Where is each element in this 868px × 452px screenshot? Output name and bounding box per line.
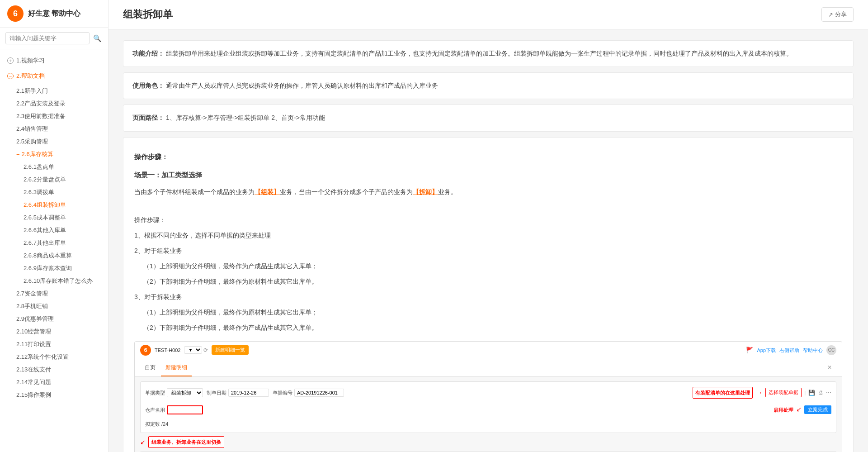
role-text: 通常由生产人员或库管人员完成拆装业务的操作，库管人员确认原材料的出库和产成品的入… [166,82,438,89]
sidebar-sub-docs: 2.1新手入门 2.2产品安装及登录 2.3使用前数据准备 2.4销售管理 2.… [0,84,108,402]
ss-save-icon: 💾 [808,387,815,398]
sidebar-item-2-13[interactable]: 2.13在线支付 [16,363,108,376]
sidebar-item-2-15[interactable]: 2.15操作案例 [16,389,108,401]
sidebar-item-2-10[interactable]: 2.10经营管理 [16,325,108,338]
ss-warehouse-input[interactable] [167,405,203,414]
ss-warehouse-field: 仓库名用 [145,405,203,415]
sidebar-item-2-12[interactable]: 2.12系统个性化设置 [16,351,108,363]
ss-confirm-btn[interactable]: 立案完成 [804,405,831,414]
ss-select-dropdown[interactable]: ▼ [184,346,202,354]
sidebar: 6 好生意 帮助中心 🔍 + 1.视频学习 − 2.帮助文档 2.1新手入门 2… [0,0,108,452]
ss-annotation-bom: 有装配清单的在这里处理 [693,387,753,399]
sidebar-item-2-6-6[interactable]: 2.6.6其他入库单 [24,224,108,237]
step2-1: （1）上部明细为父件明细，最终作为产成品生成其它入库单； [143,260,842,272]
path-block: 页面路径： 1、库存核算->库存管理->组装拆卸单 2、首页->常用功能 [123,105,854,131]
ss-annotation-enable: 启用处理 [774,405,793,415]
sidebar-item-2-6-10[interactable]: 2.6.10库存账本错了怎么办 [24,275,108,287]
ss-logo: 6 [140,345,151,356]
ss-date-field: 制单日期 [207,388,269,398]
expand-icon: + [7,57,14,64]
ss-new-btn[interactable]: 新建明细一览 [212,345,249,355]
logo-icon: 6 [7,5,24,22]
ss-date-label: 制单日期 [207,388,226,398]
sidebar-item-2-6-8[interactable]: 2.6.8商品成本重算 [24,249,108,262]
ss-arrow-down: ↙ [140,436,146,448]
collapse-icon-2-6: − [16,151,20,158]
sidebar-item-2-6[interactable]: − 2.6库存核算 [16,148,108,161]
step2: 2、对于组装业务 [134,244,842,257]
sidebar-item-2-6-5[interactable]: 2.6.5成本调整单 [24,211,108,224]
scenario1-title: 场景一：加工类型选择 [134,168,842,182]
ss-topbar-right: 🚩 App下载 右侧帮助 帮助中心 CC [746,344,836,356]
ss-type-select[interactable]: 组装拆卸 [167,388,203,397]
ss-section-label: 组装业务、拆卸业务在这里切换 [148,436,224,448]
ss-select-bom-btn[interactable]: 选择装配单据 [765,388,802,397]
ops-steps-title: 操作步骤： [134,214,842,226]
ss-date-input[interactable] [228,389,269,397]
sidebar-item-2-7[interactable]: 2.7资金管理 [16,287,108,300]
path-label: 页面路径： [132,114,164,121]
collapse-icon: − [7,73,14,79]
sidebar-item-2-5[interactable]: 2.5采购管理 [16,135,108,148]
sidebar-item-2-2[interactable]: 2.2产品安装及登录 [16,97,108,110]
sidebar-item-2-4[interactable]: 2.4销售管理 [16,123,108,135]
sidebar-item-2-1[interactable]: 2.1新手入门 [16,85,108,97]
screenshot-container: 6 TEST-H002 ▼ ⟳ 新建明细一览 🚩 App下载 右侧帮助 帮助中心 [134,341,842,452]
sidebar-item-2-14[interactable]: 2.14常见问题 [16,376,108,389]
ss-help-link[interactable]: 右侧帮助 [779,345,799,355]
step1: 1、根据不同的业务，选择不同单据的类型来处理 [134,229,842,242]
ss-tab-home[interactable]: 自页 [140,359,160,376]
ss-body: 单据类型 组装拆卸 制单日期 单据编号 [135,377,842,452]
ss-qty-label: 拟定数 /24 [145,421,168,427]
nav-list: + 1.视频学习 − 2.帮助文档 2.1新手入门 2.2产品安装及登录 2.3… [0,49,108,452]
share-icon: ↗ [828,11,833,18]
step3-2: （2）下部明细为子件明细，最终作为产成品生成其它入库单。 [143,321,842,334]
sidebar-header: 6 好生意 帮助中心 [0,0,108,28]
ss-upper-section: 单据类型 组装拆卸 制单日期 单据编号 [140,381,836,433]
ss-type-field: 单据类型 组装拆卸 [145,388,203,398]
search-button[interactable]: 🔍 [92,33,103,43]
share-button[interactable]: ↗ 分享 [821,7,854,22]
highlight-assemble[interactable]: 【组装】 [255,188,280,195]
sidebar-item-2-6-1[interactable]: 2.6.1盘点单 [24,161,108,173]
sidebar-item-label: 2.帮助文档 [16,72,45,80]
highlight-disassemble[interactable]: 【拆卸】 [413,188,438,195]
ss-form-second-row: 仓库名用 启用处理 ↗ 立案完成 [145,404,831,416]
sidebar-item-2-9[interactable]: 2.9优惠券管理 [16,313,108,325]
ss-test-id: TEST-H002 [155,345,180,355]
sidebar-item-video[interactable]: + 1.视频学习 [0,53,108,68]
sidebar-item-2-6-4[interactable]: 2.6.4组装拆卸单 [24,199,108,211]
ss-code-input[interactable] [294,389,344,397]
sidebar-item-2-6-9[interactable]: 2.6.9库存账本查询 [24,262,108,275]
sidebar-item-2-3[interactable]: 2.3使用前数据准备 [16,110,108,123]
ss-app-link[interactable]: App下载 [757,345,776,355]
ss-print-icon: 🖨 [818,387,823,398]
ss-tab-close[interactable]: ✕ [823,359,836,376]
ss-code-label: 单据编号 [273,388,292,398]
ss-arrow-up: ↗ [796,404,802,416]
ss-helpcenter-link[interactable]: 帮助中心 [803,345,823,355]
ops-title: 操作步骤： [134,150,842,164]
ss-right-actions: 启用处理 ↗ 立案完成 [774,404,831,416]
ss-warehouse-label: 仓库名用 [145,405,165,415]
search-input[interactable] [5,32,90,44]
scenario1-desc: 当由多个子件材料组装成一个成品的业务为【组装】业务，当由一个父件拆分成多个子产品… [134,186,842,198]
sidebar-item-label: 1.视频学习 [16,57,45,65]
feature-text: 组装拆卸单用来处理企业组装或拆卸等加工业务，支持有固定装配清单的产品加工业务，也… [166,50,793,57]
sidebar-item-2-8[interactable]: 2.8手机旺铺 [16,300,108,313]
sidebar-item-2-11[interactable]: 2.11打印设置 [16,338,108,351]
step3-1: （1）上部明细为父件明细，最终作为原材料生成其它出库单； [143,306,842,319]
app-title: 好生意 帮助中心 [28,9,80,19]
ss-tab-new[interactable]: 新建明细 [161,359,192,376]
sidebar-item-2-6-label: 2.6库存核算 [22,150,53,158]
page-title: 组装拆卸单 [123,8,173,21]
ss-form-top-row: 单据类型 组装拆卸 制单日期 单据编号 [145,385,831,400]
ss-icon-flag: 🚩 [746,344,753,356]
sidebar-item-2-6-7[interactable]: 2.6.7其他出库单 [24,237,108,249]
feature-block: 功能介绍： 组装拆卸单用来处理企业组装或拆卸等加工业务，支持有固定装配清单的产品… [123,40,854,67]
sidebar-item-2-6-3[interactable]: 2.6.3调拨单 [24,186,108,199]
sidebar-sub-2-6: 2.6.1盘点单 2.6.2分量盘点单 2.6.3调拨单 2.6.4组装拆卸单 … [16,161,108,287]
sidebar-item-docs[interactable]: − 2.帮助文档 [0,68,108,84]
sidebar-item-2-6-2[interactable]: 2.6.2分量盘点单 [24,173,108,186]
path-text: 1、库存核算->库存管理->组装拆卸单 2、首页->常用功能 [166,114,325,121]
